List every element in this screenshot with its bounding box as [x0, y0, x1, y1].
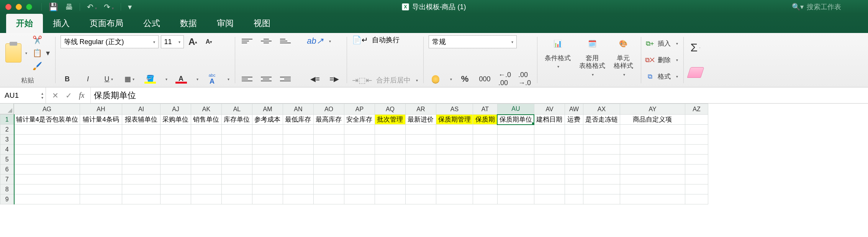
cell-AP5[interactable] [344, 155, 375, 165]
cell-AR6[interactable] [405, 165, 436, 174]
column-header-AI[interactable]: AI [122, 104, 160, 115]
wrap-text-button[interactable]: 自动换行 [372, 35, 400, 44]
fill-color-button[interactable]: 🪣 [143, 73, 157, 85]
cell-AH7[interactable] [80, 174, 122, 184]
cell-AS1[interactable]: 保质期管理 [436, 115, 473, 125]
cell-AH1[interactable]: 辅计量4条码 [80, 115, 122, 125]
autosum-button[interactable]: Σ· [689, 42, 703, 53]
maximize-window-button[interactable] [26, 4, 32, 10]
cell-AV1[interactable]: 建档日期 [534, 115, 565, 125]
cell-AM1[interactable]: 参考成本 [252, 115, 283, 125]
row-header-5[interactable]: 5 [0, 155, 14, 165]
row-header-4[interactable]: 4 [0, 145, 14, 155]
cell-AY6[interactable] [620, 165, 685, 174]
cell-AL9[interactable] [221, 194, 252, 204]
ribbon-tab-开始[interactable]: 开始 [6, 14, 43, 33]
increase-decimal-button[interactable]: ←.0.00 [498, 73, 512, 85]
cell-AR8[interactable] [405, 184, 436, 194]
cell-AU4[interactable] [497, 145, 534, 155]
increase-indent-button[interactable]: ≡▶ [328, 73, 341, 85]
cell-AR4[interactable] [405, 145, 436, 155]
cell-AS6[interactable] [436, 165, 473, 174]
cell-AW3[interactable] [565, 135, 583, 145]
cell-AQ4[interactable] [375, 145, 405, 155]
cell-AR9[interactable] [405, 194, 436, 204]
cell-AJ5[interactable] [160, 155, 191, 165]
cell-AI2[interactable] [122, 125, 160, 135]
cell-AX5[interactable] [583, 155, 620, 165]
name-box[interactable]: AU1 ▴▾ [0, 87, 46, 103]
column-header-AZ[interactable]: AZ [685, 104, 708, 115]
cell-AN1[interactable]: 最低库存 [283, 115, 313, 125]
cell-AK1[interactable]: 销售单位 [191, 115, 221, 125]
cell-AQ1[interactable]: 批次管理 [375, 115, 405, 125]
cell-AY2[interactable] [620, 125, 685, 135]
cell-AT4[interactable] [473, 145, 497, 155]
cell-AP1[interactable]: 安全库存 [344, 115, 375, 125]
cell-AS4[interactable] [436, 145, 473, 155]
decrease-decimal-button[interactable]: .00→.0 [518, 73, 532, 85]
formula-input[interactable] [90, 87, 868, 103]
clear-button[interactable] [689, 67, 703, 78]
cell-AK4[interactable] [191, 145, 221, 155]
cell-AJ3[interactable] [160, 135, 191, 145]
borders-button[interactable]: ▦▾ [123, 73, 136, 85]
ribbon-tab-视图[interactable]: 视图 [244, 14, 280, 33]
cell-AS2[interactable] [436, 125, 473, 135]
cell-AV8[interactable] [534, 184, 565, 194]
cell-AZ1[interactable] [685, 115, 708, 125]
row-header-8[interactable]: 8 [0, 184, 14, 194]
cell-AJ7[interactable] [160, 174, 191, 184]
underline-button[interactable]: U▾ [102, 73, 116, 85]
cell-AN2[interactable] [283, 125, 313, 135]
cell-AG7[interactable] [14, 174, 80, 184]
cell-AV4[interactable] [534, 145, 565, 155]
cell-AN3[interactable] [283, 135, 313, 145]
cell-AU7[interactable] [497, 174, 534, 184]
redo-icon[interactable]: ↷▾ [104, 2, 114, 12]
cell-AW8[interactable] [565, 184, 583, 194]
format-cells-button[interactable]: ⧉格式▾ [646, 72, 678, 81]
cell-AM9[interactable] [252, 194, 283, 204]
paste-icon[interactable] [5, 43, 21, 63]
cell-AI5[interactable] [122, 155, 160, 165]
cell-AV6[interactable] [534, 165, 565, 174]
ribbon-tab-页面布局[interactable]: 页面布局 [80, 14, 133, 33]
cell-AT3[interactable] [473, 135, 497, 145]
row-header-6[interactable]: 6 [0, 165, 14, 174]
qat-customize-icon[interactable]: ▾ [128, 2, 132, 12]
column-header-AR[interactable]: AR [405, 104, 436, 115]
column-header-AX[interactable]: AX [583, 104, 620, 115]
cell-AK2[interactable] [191, 125, 221, 135]
column-header-AO[interactable]: AO [313, 104, 344, 115]
cell-AP7[interactable] [344, 174, 375, 184]
column-header-AN[interactable]: AN [283, 104, 313, 115]
cell-AL4[interactable] [221, 145, 252, 155]
cell-AN5[interactable] [283, 155, 313, 165]
row-header-3[interactable]: 3 [0, 135, 14, 145]
cell-AY7[interactable] [620, 174, 685, 184]
cell-AG9[interactable] [14, 194, 80, 204]
cell-AQ3[interactable] [375, 135, 405, 145]
cell-AL3[interactable] [221, 135, 252, 145]
cell-AJ6[interactable] [160, 165, 191, 174]
cell-AV9[interactable] [534, 194, 565, 204]
number-format-select[interactable]: 常规▾ [429, 35, 517, 48]
cell-AS9[interactable] [436, 194, 473, 204]
cell-AP8[interactable] [344, 184, 375, 194]
comma-format-button[interactable]: 000 [478, 73, 492, 85]
cell-AR7[interactable] [405, 174, 436, 184]
close-window-button[interactable] [5, 4, 11, 10]
cell-AV2[interactable] [534, 125, 565, 135]
cell-AT6[interactable] [473, 165, 497, 174]
cell-AT8[interactable] [473, 184, 497, 194]
font-color-button[interactable]: A [174, 73, 188, 85]
ribbon-tab-数据[interactable]: 数据 [170, 14, 207, 33]
cell-AM8[interactable] [252, 184, 283, 194]
cell-AW4[interactable] [565, 145, 583, 155]
cell-AM6[interactable] [252, 165, 283, 174]
row-header-7[interactable]: 7 [0, 174, 14, 184]
cell-AQ2[interactable] [375, 125, 405, 135]
cell-AO6[interactable] [313, 165, 344, 174]
cell-AX3[interactable] [583, 135, 620, 145]
